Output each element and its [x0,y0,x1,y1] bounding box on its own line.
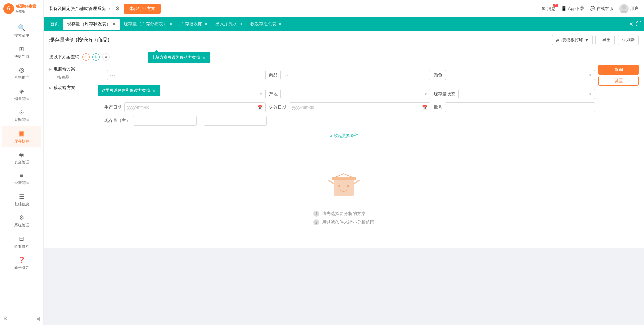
desktop-scheme-label: 电脑端方案 [54,66,75,72]
sidebar-item-sales[interactable]: ◈ 销售管理 [2,84,41,105]
message-icon: ✉ [542,6,546,11]
tab-home-label: 首页 [50,21,59,27]
print-chevron-icon: ▼ [585,38,589,43]
sidebar: 6 畅通好生意 标准版 🔍 搜索菜单 ⊞ 快捷导航 ◎ 营销推广 ◈ 销售管理 … [0,0,44,325]
popover2-close-btn[interactable]: ✕ [152,88,156,93]
color-chevron-icon: ▼ [589,73,592,77]
compass-icon: ⊞ [19,45,24,53]
stock-qty-min[interactable] [133,116,197,126]
popover1-close-btn[interactable]: ✕ [202,55,206,60]
message-action[interactable]: ✉ 消息 6 [542,6,556,12]
tab-batch-account[interactable]: 库存批次账 ✕ [176,19,211,30]
empty-step-2: 2 用过滤条件来缩小分析范围 [313,219,374,225]
sidebar-item-operations[interactable]: ≡ 经营管理 [2,169,41,189]
sidebar-item-search[interactable]: 🔍 搜索菜单 [2,21,41,41]
batch-label: 批号 [434,104,442,110]
sidebar-item-system[interactable]: ⚙ 系统管理 [2,211,41,231]
tab-flow-label: 出入库流水 [215,21,237,27]
desktop-scheme-item[interactable]: ▶ 电脑端方案 [49,65,101,73]
experience-button[interactable]: 体验行业方案 [124,4,161,14]
filter-product: 商品 ··· [269,70,430,80]
print-button[interactable]: 🖨 按模板打印 ▼ [552,35,593,45]
sidebar-item-inventory[interactable]: ▣ 库存核算 [2,126,41,147]
mobile-scheme-item[interactable]: ▶ 移动端方案 [49,83,101,92]
print-label: 按模板打印 [561,37,583,43]
product-dots: ··· [283,73,289,78]
filter-origin: 产地 ▼ [269,89,430,99]
export-button[interactable]: ↑ 导出 [595,35,615,45]
tab-stock-flow[interactable]: 出入库流水 ✕ [211,19,246,30]
batch-input[interactable] [445,102,595,112]
sidebar-item-basic-info[interactable]: ☰ 基础信息 [2,189,41,210]
sales-icon: ◈ [19,88,24,95]
query-button[interactable]: 查询 [598,65,639,75]
color-label: 颜色 [434,72,442,78]
fullscreen-icon[interactable]: ⛶ [636,21,641,27]
empty-illustration [324,165,364,205]
tab-close-icon[interactable]: ✕ [204,22,207,26]
settings-bottom-icon[interactable]: ⚙ [3,315,8,322]
sidebar-item-purchase[interactable]: ⊙ 采购管理 [2,105,41,126]
step-1-text: 请先选择要分析的方案 [322,211,366,217]
header-settings-icon[interactable]: ⚙ [115,5,120,12]
filter-color: 颜色 ▼ [434,70,595,80]
system-selector[interactable]: 装备及固定资产辅助管理系统 ▼ [49,6,111,12]
online-service-action[interactable]: 💬 在线客服 [590,6,614,12]
prod-date-placeholder: yyyy-mm-dd [127,105,149,110]
stock-qty-max[interactable] [204,116,267,126]
add-scheme-btn[interactable]: + [82,53,90,61]
size-chevron-icon: ▼ [259,92,263,96]
close-all-tab-icon[interactable]: ✕ [629,21,633,28]
svg-rect-2 [334,179,354,196]
collapse-button[interactable]: ∧ 收起更多条件 [49,130,639,141]
prod-date-input[interactable]: yyyy-mm-dd 📅 [124,102,266,112]
app-download-action[interactable]: 📱 App下载 [561,6,584,12]
tab-collect-summary[interactable]: 收发存汇总表 ✕ [246,19,285,30]
refresh-scheme-btn[interactable]: ↻ [92,53,100,61]
calendar-icon[interactable]: 📅 [257,105,263,110]
operations-icon: ≡ [20,172,23,179]
tab-close-icon[interactable]: ✕ [113,22,116,26]
sidebar-item-quick-nav[interactable]: ⊞ 快捷导航 [2,42,41,62]
app-header: 装备及固定资产辅助管理系统 ▼ ⚙ 体验行业方案 ✉ 消息 6 📱 App下载 … [44,0,644,17]
tab-close-icon[interactable]: ✕ [239,22,242,26]
product-input[interactable]: ··· [280,70,430,80]
filter-header: 按以下方案查询 + ↻ « 电脑方案可设为移动方案哦 ✕ [49,53,639,61]
tab-close-icon[interactable]: ✕ [169,22,172,26]
tab-close-icon[interactable]: ✕ [278,22,281,26]
origin-select[interactable]: ▼ [280,89,430,99]
page-actions: 🖨 按模板打印 ▼ ↑ 导出 ↻ 刷新 [552,35,639,45]
origin-chevron-icon: ▼ [424,92,427,96]
exp-date-input[interactable]: yyyy-mm-dd 📅 [289,102,430,112]
filter-section: 按以下方案查询 + ↻ « 电脑方案可设为移动方案哦 ✕ [44,49,644,145]
sidebar-item-enterprise[interactable]: ⊟ 企业协同 [2,232,41,252]
tab-stock-dist-label: 现存量（库存分布表） [124,21,167,27]
sidebar-item-marketing[interactable]: ◎ 营销推广 [2,63,41,84]
stock-status-select[interactable]: ▼ [458,89,595,99]
desktop-scheme-subitem[interactable]: · 按商品 [54,73,101,82]
reset-button[interactable]: 设置 [598,76,639,86]
warehouse-input[interactable]: ··· [107,70,266,80]
guide-icon: ❓ [18,256,25,264]
origin-label: 产地 [269,91,278,97]
exp-calendar-icon[interactable]: 📅 [422,105,427,110]
user-action[interactable]: 用户 [619,4,639,13]
filter-batch: 批号 [434,102,595,112]
sidebar-item-finance[interactable]: ◉ 资金管理 [2,148,41,168]
user-avatar [619,4,629,13]
refresh-button[interactable]: ↻ 刷新 [618,35,639,45]
warehouse-dots: ··· [110,73,116,78]
tab-stock-dist[interactable]: 现存量（库存分布表） ✕ [120,19,176,30]
export-label: 导出 [602,37,611,43]
subitem-label: 按商品 [57,75,69,80]
tab-home[interactable]: 首页 [46,19,63,30]
color-select[interactable]: ▼ [445,70,595,80]
sidebar-item-guide[interactable]: ❓ 新手引导 [2,253,41,273]
refresh-icon: ↻ [621,38,625,43]
range-dash: — [198,118,202,123]
user-label: 用户 [630,6,639,12]
tab-stock-status[interactable]: 现存量（库存状况表） ✕ [63,19,120,30]
back-scheme-btn[interactable]: « [102,53,110,61]
step-2-text: 用过滤条件来缩小分析范围 [322,219,374,225]
collapse-sidebar-icon[interactable]: ◀ [36,315,40,322]
